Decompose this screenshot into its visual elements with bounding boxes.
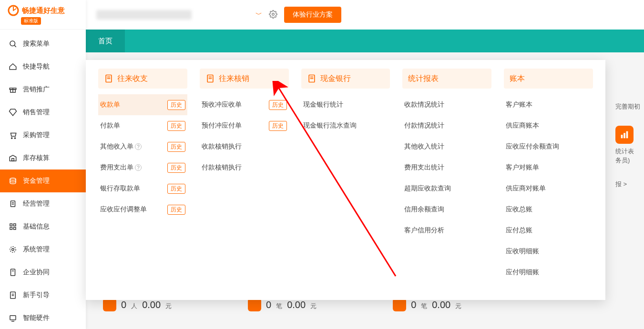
- mega-item[interactable]: 收款单历史: [98, 94, 187, 115]
- mega-item[interactable]: 现金银行流水查询: [301, 115, 390, 136]
- stats-icon: [615, 126, 634, 144]
- nav-item-7[interactable]: 经营管理: [0, 192, 86, 215]
- stat-b-icon: [248, 298, 261, 311]
- nav-label: 智能硬件: [23, 314, 50, 322]
- mega-col-head: 现金银行: [301, 69, 390, 89]
- mega-item[interactable]: 收款核销执行: [200, 136, 289, 157]
- gear-icon[interactable]: [269, 10, 277, 20]
- mega-item-label: 客户信用分析: [404, 226, 444, 235]
- hint-report-link[interactable]: 报 >: [615, 179, 627, 189]
- mega-item-label: 收款单: [100, 100, 120, 109]
- search-icon: [9, 40, 17, 48]
- svg-rect-15: [10, 228, 12, 230]
- mega-item[interactable]: 供应商账本: [504, 115, 593, 136]
- nav-item-11[interactable]: 新手引导: [0, 284, 86, 307]
- mega-item[interactable]: 客户信用分析: [402, 220, 491, 241]
- mega-item[interactable]: 应收总账: [504, 199, 593, 220]
- industry-plan-button[interactable]: 体验行业方案: [284, 7, 341, 23]
- mega-item[interactable]: 其他收入统计: [402, 136, 491, 157]
- mega-col-title: 统计报表: [408, 74, 439, 84]
- nav-item-12[interactable]: 智能硬件: [0, 307, 86, 329]
- svg-rect-22: [10, 316, 16, 320]
- svg-rect-16: [14, 228, 16, 230]
- nav-label: 新手引导: [23, 291, 50, 299]
- history-button[interactable]: 历史: [167, 100, 185, 110]
- mega-item[interactable]: 应收应付余额查询: [504, 136, 593, 157]
- svg-point-17: [10, 247, 16, 252]
- mega-item[interactable]: 其他收入单?历史: [98, 136, 187, 157]
- history-button[interactable]: 历史: [167, 163, 185, 173]
- history-button[interactable]: 历史: [269, 121, 287, 131]
- mega-item[interactable]: 应收明细账: [504, 241, 593, 262]
- history-button[interactable]: 历史: [167, 142, 185, 152]
- svg-rect-34: [621, 135, 623, 138]
- mega-item-label: 应付明细账: [506, 268, 539, 277]
- warehouse-icon: [9, 154, 17, 162]
- hint-perfect-initial[interactable]: 完善期初: [615, 102, 640, 111]
- mega-col-4: 账本客户账本供应商账本应收应付余额查询客户对账单供应商对账单应收总账应付总账应收…: [504, 69, 593, 283]
- mega-col-head: 往来核销: [200, 69, 289, 89]
- nav-item-1[interactable]: 快捷导航: [0, 55, 86, 78]
- mega-col-title: 账本: [510, 74, 525, 84]
- mega-item[interactable]: 应付总账: [504, 220, 593, 241]
- nav-item-8[interactable]: 基础信息: [0, 215, 86, 238]
- tab-home[interactable]: 首页: [86, 30, 125, 52]
- doc-icon: [307, 74, 317, 83]
- help-icon[interactable]: ?: [135, 164, 142, 171]
- mega-item[interactable]: 预收冲应收单历史: [200, 94, 289, 115]
- mega-item[interactable]: 现金银行统计: [301, 94, 390, 115]
- history-button[interactable]: 历史: [167, 184, 185, 194]
- mega-item[interactable]: 预付冲应付单历史: [200, 115, 289, 136]
- mega-item[interactable]: 付款核销执行: [200, 157, 289, 178]
- mega-item[interactable]: 费用支出统计: [402, 157, 491, 178]
- mega-item[interactable]: 应收应付调整单历史: [98, 199, 187, 220]
- mega-col-0: 往来收支收款单历史付款单历史其他收入单?历史费用支出单?历史银行存取款单历史应收…: [98, 69, 187, 283]
- history-button[interactable]: 历史: [167, 121, 185, 131]
- mega-item[interactable]: 费用支出单?历史: [98, 157, 187, 178]
- help-icon[interactable]: ?: [135, 143, 142, 150]
- mega-item-label: 供应商账本: [506, 121, 539, 130]
- nav-label: 企业协同: [23, 268, 50, 277]
- nav-label: 系统管理: [23, 245, 50, 254]
- mega-item-label: 应付总账: [506, 226, 532, 235]
- brand-name: 畅捷通好生意: [22, 6, 65, 15]
- nav-item-10[interactable]: 企业协同: [0, 261, 86, 284]
- nav-label: 库存核算: [23, 154, 50, 162]
- mega-col-title: 现金银行: [320, 74, 351, 84]
- history-button[interactable]: 历史: [167, 205, 185, 215]
- nav-item-9[interactable]: 系统管理: [0, 238, 86, 261]
- svg-point-9: [10, 178, 16, 180]
- nav-item-6[interactable]: 资金管理: [0, 169, 86, 192]
- right-hints: 完善期初 统计表 务员) 报 >: [615, 100, 644, 281]
- mega-item[interactable]: 付款单历史: [98, 115, 187, 136]
- mega-item[interactable]: 收款情况统计: [402, 94, 491, 115]
- mega-item[interactable]: 银行存取款单历史: [98, 178, 187, 199]
- nav-item-0[interactable]: 搜索菜单: [0, 32, 86, 55]
- mega-col-head: 往来收支: [98, 69, 187, 89]
- edition-badge: 标准版: [21, 17, 41, 25]
- nav-item-5[interactable]: 库存核算: [0, 147, 86, 169]
- collab-icon: [9, 268, 17, 277]
- nav-item-2[interactable]: 营销推广: [0, 78, 86, 101]
- svg-point-18: [12, 249, 14, 251]
- nav-item-4[interactable]: 采购管理: [0, 124, 86, 147]
- stat-c: 0笔 0.00元: [393, 298, 461, 311]
- svg-line-2: [14, 45, 16, 47]
- mega-item[interactable]: 付款情况统计: [402, 115, 491, 136]
- mega-item-label: 应收总账: [506, 205, 532, 214]
- nav-label: 快捷导航: [23, 62, 50, 71]
- nav-item-3[interactable]: 销售管理: [0, 101, 86, 124]
- mega-item[interactable]: 应付明细账: [504, 262, 593, 283]
- org-selector-blurred[interactable]: [96, 10, 192, 20]
- chevron-down-icon[interactable]: ﹀: [256, 10, 262, 19]
- mega-item[interactable]: 供应商对账单: [504, 178, 593, 199]
- mega-item[interactable]: 超期应收款查询: [402, 178, 491, 199]
- svg-rect-13: [10, 224, 12, 226]
- tab-bar: 首页: [86, 30, 644, 52]
- nav-label: 经营管理: [23, 199, 50, 208]
- home-icon: [9, 62, 17, 71]
- mega-item[interactable]: 信用余额查询: [402, 199, 491, 220]
- history-button[interactable]: 历史: [269, 100, 287, 110]
- mega-item[interactable]: 客户账本: [504, 94, 593, 115]
- mega-item[interactable]: 客户对账单: [504, 157, 593, 178]
